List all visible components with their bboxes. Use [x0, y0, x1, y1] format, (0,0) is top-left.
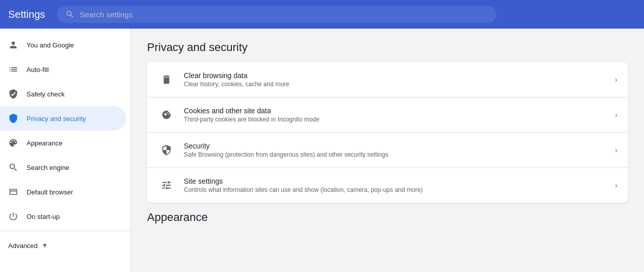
sidebar-item-label: You and Google — [27, 41, 74, 49]
advanced-label: Advanced — [8, 242, 38, 250]
search-engine-icon — [8, 162, 18, 172]
autofill-icon — [8, 64, 18, 75]
shield-check-icon — [8, 89, 18, 99]
sidebar-item-safety-check[interactable]: Safety check — [0, 82, 126, 106]
sidebar-item-label: Privacy and security — [27, 115, 86, 122]
chevron-right-icon: › — [615, 111, 617, 119]
site-settings-item[interactable]: Site settings Controls what information … — [147, 168, 628, 203]
sidebar-item-label: Safety check — [27, 90, 64, 98]
palette-icon — [8, 138, 18, 148]
sidebar-advanced[interactable]: Advanced ▼ — [0, 233, 130, 258]
chevron-right-icon: › — [615, 146, 617, 154]
chevron-right-icon: › — [615, 181, 617, 189]
settings-title: Settings — [8, 9, 45, 20]
search-bar[interactable] — [57, 6, 496, 23]
sidebar-item-privacy-and-security[interactable]: Privacy and security — [0, 106, 126, 131]
clear-browsing-data-item[interactable]: Clear browsing data Clear history, cooki… — [147, 62, 628, 97]
trash-icon — [157, 70, 176, 89]
security-desc: Safe Browsing (protection from dangerous… — [184, 151, 615, 158]
main-layout: You and Google Auto-fill Safety check — [0, 29, 644, 272]
sidebar-divider — [0, 231, 130, 231]
sidebar-item-auto-fill[interactable]: Auto-fill — [0, 57, 126, 82]
shield-security-icon — [157, 141, 176, 159]
sidebar-item-default-browser[interactable]: Default browser — [0, 180, 126, 204]
power-icon — [8, 211, 18, 221]
main-content: Privacy and security Clear browsing data… — [131, 29, 644, 272]
security-item[interactable]: Security Safe Browsing (protection from … — [147, 133, 628, 168]
sidebar-item-label: Appearance — [27, 139, 62, 147]
sidebar-item-label: Search engine — [27, 164, 69, 171]
cookies-text: Cookies and other site data Third-party … — [184, 107, 615, 123]
sliders-icon — [157, 176, 176, 194]
sidebar-item-label: Auto-fill — [27, 66, 49, 73]
app-header: Settings — [0, 0, 644, 29]
clear-browsing-data-desc: Clear history, cookies, cache and more — [184, 81, 615, 88]
site-settings-title: Site settings — [184, 177, 615, 185]
cookies-desc: Third-party cookies are blocked in Incog… — [184, 116, 615, 123]
chevron-down-icon: ▼ — [42, 242, 48, 249]
clear-browsing-data-title: Clear browsing data — [184, 71, 615, 80]
sidebar-item-search-engine[interactable]: Search engine — [0, 155, 126, 180]
site-settings-text: Site settings Controls what information … — [184, 177, 615, 193]
privacy-security-card: Clear browsing data Clear history, cooki… — [147, 62, 628, 203]
chevron-right-icon: › — [615, 76, 617, 84]
sidebar: You and Google Auto-fill Safety check — [0, 29, 131, 272]
sidebar-item-you-and-google[interactable]: You and Google — [0, 33, 126, 57]
sidebar-item-label: Default browser — [27, 188, 73, 196]
search-input[interactable] — [80, 10, 488, 19]
cookies-title: Cookies and other site data — [184, 107, 615, 115]
appearance-section-title: Appearance — [147, 211, 628, 224]
sidebar-item-on-start-up[interactable]: On start-up — [0, 204, 126, 229]
site-settings-desc: Controls what information sites can use … — [184, 186, 615, 193]
person-icon — [8, 40, 18, 50]
security-title: Security — [184, 142, 615, 150]
sidebar-item-appearance[interactable]: Appearance — [0, 131, 126, 155]
clear-browsing-data-text: Clear browsing data Clear history, cooki… — [184, 71, 615, 88]
shield-icon — [8, 113, 18, 123]
search-icon — [65, 10, 75, 19]
browser-icon — [8, 187, 18, 197]
cookie-icon — [157, 106, 176, 124]
security-text: Security Safe Browsing (protection from … — [184, 142, 615, 158]
section-title: Privacy and security — [147, 41, 628, 54]
cookies-item[interactable]: Cookies and other site data Third-party … — [147, 97, 628, 133]
sidebar-item-label: On start-up — [27, 213, 60, 220]
